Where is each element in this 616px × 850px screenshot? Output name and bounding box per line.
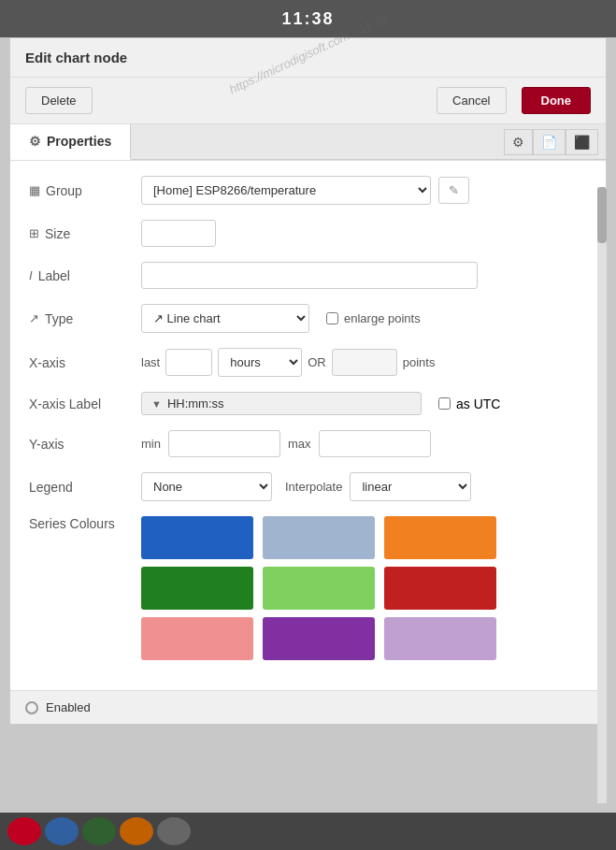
label-icon: I bbox=[29, 268, 33, 282]
colour-swatch-1[interactable] bbox=[141, 516, 253, 559]
colour-swatch-3[interactable] bbox=[384, 516, 496, 559]
colour-row-3 bbox=[141, 617, 496, 660]
dialog-title: Edit chart node bbox=[10, 38, 606, 78]
gear-icon: ⚙ bbox=[29, 134, 41, 149]
colour-swatch-8[interactable] bbox=[263, 617, 375, 660]
delete-button[interactable]: Delete bbox=[25, 87, 93, 114]
xaxis-label-dropdown[interactable]: ▼ HH:mm:ss bbox=[141, 392, 422, 415]
size-input[interactable]: auto bbox=[141, 220, 216, 247]
tab-properties-label: Properties bbox=[47, 134, 111, 149]
group-label: ▦ Group bbox=[29, 183, 132, 198]
done-button[interactable]: Done bbox=[522, 87, 592, 114]
bottom-bar: Enabled bbox=[10, 690, 606, 724]
dropdown-arrow-icon: ▼ bbox=[151, 398, 162, 410]
xaxis-points-input[interactable]: 1000 bbox=[332, 349, 397, 376]
type-select[interactable]: ↗ Line chart Bar chart Step chart bbox=[141, 304, 309, 333]
size-label: ⊞ Size bbox=[29, 226, 132, 241]
legend-control: None Show Hide Interpolate linear step b… bbox=[141, 472, 587, 501]
top-bar: 11:38 bbox=[0, 0, 616, 37]
group-icon: ▦ bbox=[29, 183, 40, 197]
type-icon: ↗ bbox=[29, 311, 39, 325]
colour-row-2 bbox=[141, 567, 496, 610]
as-utc-checkbox[interactable] bbox=[438, 397, 451, 410]
taskbar bbox=[0, 813, 616, 850]
edit-chart-dialog: Edit chart node Delete Cancel Done ⚙ Pro… bbox=[9, 37, 607, 725]
size-control: auto bbox=[141, 220, 587, 247]
scrollbar-thumb[interactable] bbox=[597, 187, 607, 243]
tab-action-settings[interactable]: ⚙ bbox=[504, 129, 533, 155]
right-buttons: Cancel Done bbox=[437, 87, 591, 114]
group-select[interactable]: [Home] ESP8266/temperature bbox=[141, 176, 431, 205]
enabled-radio[interactable] bbox=[25, 701, 38, 714]
interpolate-select[interactable]: linear step bezier none bbox=[350, 472, 471, 501]
series-colours-grid bbox=[141, 516, 496, 660]
colour-swatch-6[interactable] bbox=[384, 567, 496, 610]
yaxis-label: Y-axis bbox=[29, 437, 132, 452]
size-icon: ⊞ bbox=[29, 226, 39, 240]
clock: 11:38 bbox=[281, 9, 334, 29]
xaxis-control: last 1 hours minutes seconds days OR 100… bbox=[141, 348, 587, 377]
enlarge-points-checkbox[interactable] bbox=[326, 312, 338, 324]
xaxis-label-row: X-axis Label ▼ HH:mm:ss as UTC bbox=[29, 392, 587, 415]
label-row: I Label temp bbox=[29, 262, 587, 289]
xaxis-label-field-label: X-axis Label bbox=[29, 396, 132, 411]
xaxis-num-input[interactable]: 1 bbox=[165, 349, 212, 376]
as-utc-label: as UTC bbox=[438, 396, 500, 411]
yaxis-control: min max bbox=[141, 430, 587, 457]
label-label: I Label bbox=[29, 268, 132, 283]
type-control: ↗ Line chart Bar chart Step chart enlarg… bbox=[141, 304, 587, 333]
taskbar-btn-1[interactable] bbox=[7, 817, 41, 845]
tab-action-layout[interactable]: ⬛ bbox=[566, 129, 598, 155]
group-edit-button[interactable]: ✎ bbox=[438, 177, 469, 204]
yaxis-min-input[interactable] bbox=[168, 430, 280, 457]
xaxis-unit-select[interactable]: hours minutes seconds days bbox=[218, 348, 302, 377]
cancel-button[interactable]: Cancel bbox=[437, 87, 506, 114]
enlarge-points-label: enlarge points bbox=[326, 311, 421, 325]
xaxis-label-control: ▼ HH:mm:ss as UTC bbox=[141, 392, 587, 415]
tab-action-doc[interactable]: 📄 bbox=[533, 129, 566, 155]
tabs-bar: ⚙ Properties ⚙ 📄 ⬛ bbox=[10, 124, 606, 160]
yaxis-row: Y-axis min max bbox=[29, 430, 587, 457]
xaxis-row: X-axis last 1 hours minutes seconds days… bbox=[29, 348, 587, 377]
taskbar-btn-5[interactable] bbox=[157, 817, 191, 845]
colour-swatch-5[interactable] bbox=[263, 567, 375, 610]
group-control: [Home] ESP8266/temperature ✎ bbox=[141, 176, 587, 205]
series-colours-label: Series Colours bbox=[29, 516, 132, 531]
colour-swatch-2[interactable] bbox=[263, 516, 375, 559]
label-control: temp bbox=[141, 262, 587, 289]
taskbar-btn-4[interactable] bbox=[120, 817, 153, 845]
tab-actions: ⚙ 📄 ⬛ bbox=[504, 129, 606, 155]
type-label: ↗ Type bbox=[29, 311, 132, 326]
dialog-toolbar: Delete Cancel Done bbox=[10, 78, 606, 124]
colour-swatch-7[interactable] bbox=[141, 617, 253, 660]
size-row: ⊞ Size auto bbox=[29, 220, 587, 247]
series-colours-row: Series Colours bbox=[29, 516, 587, 660]
group-row: ▦ Group [Home] ESP8266/temperature ✎ bbox=[29, 176, 587, 205]
tab-properties[interactable]: ⚙ Properties bbox=[10, 124, 131, 160]
colour-swatch-9[interactable] bbox=[384, 617, 496, 660]
legend-label: Legend bbox=[29, 480, 132, 495]
legend-select[interactable]: None Show Hide bbox=[141, 472, 272, 501]
xaxis-label: X-axis bbox=[29, 355, 132, 370]
taskbar-btn-2[interactable] bbox=[45, 817, 79, 845]
type-row: ↗ Type ↗ Line chart Bar chart Step chart… bbox=[29, 304, 587, 333]
label-input[interactable]: temp bbox=[141, 262, 478, 289]
xaxis-label-value: HH:mm:ss bbox=[167, 396, 224, 411]
colour-row-1 bbox=[141, 516, 496, 559]
colour-swatch-4[interactable] bbox=[141, 567, 253, 610]
yaxis-max-input[interactable] bbox=[319, 430, 431, 457]
legend-row: Legend None Show Hide Interpolate linear… bbox=[29, 472, 587, 501]
taskbar-btn-3[interactable] bbox=[82, 817, 116, 845]
enabled-label: Enabled bbox=[46, 700, 91, 714]
form-content: ▦ Group [Home] ESP8266/temperature ✎ ⊞ S… bbox=[10, 160, 606, 690]
scrollbar-track[interactable] bbox=[597, 187, 607, 803]
